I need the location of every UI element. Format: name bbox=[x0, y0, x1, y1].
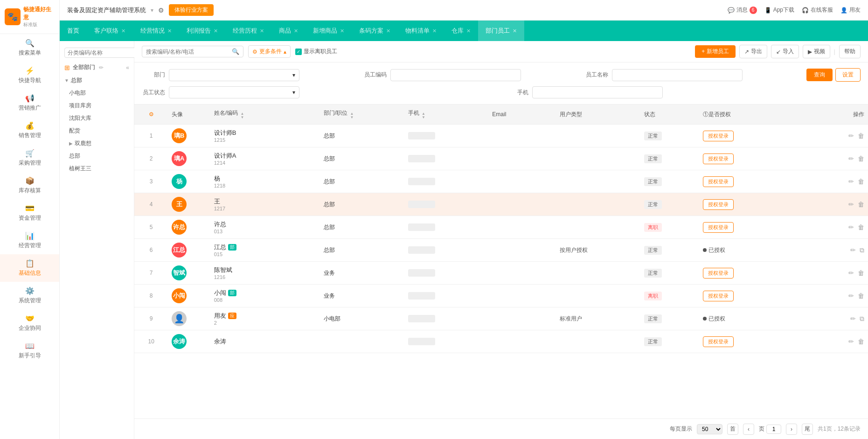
sidebar-item-search[interactable]: 🔍 搜索菜单 bbox=[0, 34, 59, 62]
dept-node-projectroom[interactable]: 项目库房 bbox=[60, 99, 134, 112]
dept-node-shuanglu[interactable]: ▶ 双鹿想 bbox=[60, 137, 134, 150]
dept-node-shenyang[interactable]: 沈阳大库 bbox=[60, 112, 134, 125]
sidebar-item-basic-info[interactable]: 📋 基础信息 bbox=[0, 254, 59, 282]
page-input[interactable] bbox=[766, 425, 781, 434]
delete-button[interactable]: 🗑 bbox=[858, 132, 864, 139]
user-avatar[interactable]: 👤 用友 bbox=[840, 6, 861, 14]
edit-button[interactable]: ✏ bbox=[850, 315, 856, 322]
first-page-button[interactable]: 首 bbox=[727, 424, 738, 435]
th-name-code[interactable]: 姓名/编码 ▲▼ bbox=[210, 105, 320, 125]
sidebar-item-inventory[interactable]: 📦 库存核算 bbox=[0, 172, 59, 199]
tab-home[interactable]: 首页 bbox=[60, 21, 87, 41]
delete-button[interactable]: 🗑 bbox=[858, 155, 864, 162]
auth-button[interactable]: 授权登录 bbox=[703, 222, 734, 233]
th-phone[interactable]: 手机 ▲▼ bbox=[404, 105, 489, 125]
add-employee-button[interactable]: + 新增员工 bbox=[695, 45, 735, 58]
copy-button[interactable]: ⧉ bbox=[860, 246, 864, 254]
auth-button[interactable]: 授权登录 bbox=[703, 291, 734, 301]
tab-customer-close[interactable]: ✕ bbox=[121, 28, 125, 34]
dept-search-input[interactable] bbox=[64, 48, 141, 58]
edit-button[interactable]: ✏ bbox=[848, 269, 854, 277]
auth-button[interactable]: 授权登录 bbox=[703, 176, 734, 187]
tab-goods-close[interactable]: ✕ bbox=[294, 28, 298, 34]
delete-button[interactable]: 🗑 bbox=[858, 338, 864, 345]
tab-history[interactable]: 经营历程 ✕ bbox=[225, 21, 271, 41]
edit-button[interactable]: ✏ bbox=[848, 223, 854, 231]
auth-button[interactable]: 授权登录 bbox=[703, 131, 734, 141]
auth-button[interactable]: 授权登录 bbox=[703, 153, 734, 164]
tab-bom-close[interactable]: ✕ bbox=[432, 28, 437, 34]
help-button[interactable]: 帮助 bbox=[839, 45, 861, 58]
system-title-dropdown[interactable]: ▾ bbox=[151, 7, 153, 14]
sidebar-item-finance[interactable]: 💳 资金管理 bbox=[0, 199, 59, 227]
dept-node-zongbu-parent[interactable]: ▼ 总部 bbox=[60, 74, 134, 87]
tab-add-goods-close[interactable]: ✕ bbox=[340, 28, 344, 34]
edit-button[interactable]: ✏ bbox=[850, 246, 856, 254]
next-page-button[interactable]: › bbox=[786, 424, 797, 435]
th-dept-position[interactable]: 部门/职位 ▲▼ bbox=[320, 105, 404, 125]
dept-edit-icon[interactable]: ✏ bbox=[99, 64, 104, 71]
phone-input[interactable] bbox=[532, 86, 663, 98]
tab-profit-close[interactable]: ✕ bbox=[214, 28, 218, 34]
tab-barcode[interactable]: 条码方案 ✕ bbox=[352, 21, 398, 41]
settings-gear-icon[interactable]: ⚙ bbox=[158, 7, 164, 14]
tab-dept-employee-close[interactable]: ✕ bbox=[513, 28, 517, 34]
dept-collapse-icon[interactable]: « bbox=[126, 64, 129, 71]
tab-profit[interactable]: 利润报告 ✕ bbox=[179, 21, 225, 41]
delete-button[interactable]: 🗑 bbox=[858, 269, 864, 277]
sidebar-item-collab[interactable]: 🤝 企业协同 bbox=[0, 309, 59, 337]
delete-button[interactable]: 🗑 bbox=[858, 178, 864, 185]
dept-node-xiaodibu[interactable]: 小电部 bbox=[60, 87, 134, 99]
show-dimission-toggle[interactable]: ✓ 显示离职员工 bbox=[295, 48, 337, 56]
auth-button[interactable]: 授权登录 bbox=[703, 336, 734, 347]
dept-node-plantree[interactable]: 植树王三 bbox=[60, 162, 134, 175]
view-button[interactable]: ▶ 视频 bbox=[803, 45, 830, 58]
edit-button[interactable]: ✏ bbox=[848, 178, 854, 185]
delete-button[interactable]: 🗑 bbox=[858, 223, 864, 231]
sidebar-item-quicknav[interactable]: ⚡ 快捷导航 bbox=[0, 62, 59, 89]
sidebar-item-operations[interactable]: 📊 经营管理 bbox=[0, 227, 59, 254]
auth-button[interactable]: 授权登录 bbox=[703, 268, 734, 279]
sidebar-item-sales[interactable]: 💰 销售管理 bbox=[0, 117, 59, 144]
tab-add-goods[interactable]: 新增商品 ✕ bbox=[306, 21, 352, 41]
edit-button[interactable]: ✏ bbox=[848, 155, 854, 162]
tab-history-close[interactable]: ✕ bbox=[260, 28, 264, 34]
dept-node-peihuo[interactable]: 配货 bbox=[60, 125, 134, 137]
delete-button[interactable]: 🗑 bbox=[858, 292, 864, 300]
edit-button[interactable]: ✏ bbox=[848, 132, 854, 139]
dept-node-zongbu-sub[interactable]: 总部 bbox=[60, 150, 134, 162]
tab-goods[interactable]: 商品 ✕ bbox=[271, 21, 306, 41]
online-service-button[interactable]: 🎧 在线客服 bbox=[802, 6, 833, 14]
query-button[interactable]: 查询 bbox=[806, 69, 833, 81]
delete-button[interactable]: 🗑 bbox=[858, 201, 864, 208]
more-conditions-button[interactable]: ⚙ 更多条件 ▴ bbox=[248, 45, 291, 58]
sidebar-item-system[interactable]: ⚙️ 系统管理 bbox=[0, 282, 59, 309]
edit-button[interactable]: ✏ bbox=[848, 338, 854, 345]
tab-customer[interactable]: 客户联络 ✕ bbox=[87, 21, 133, 41]
sidebar-item-guide[interactable]: 📖 新手引导 bbox=[0, 337, 59, 364]
tab-operations-status[interactable]: 经营情况 ✕ bbox=[133, 21, 179, 41]
prev-page-button[interactable]: ‹ bbox=[743, 424, 754, 435]
tab-barcode-close[interactable]: ✕ bbox=[386, 28, 390, 34]
tab-ops-close[interactable]: ✕ bbox=[167, 28, 172, 34]
copy-button[interactable]: ⧉ bbox=[860, 315, 864, 323]
import-button[interactable]: ↙ 导入 bbox=[771, 45, 799, 58]
status-select[interactable]: ▾ bbox=[169, 86, 299, 98]
sidebar-item-purchase[interactable]: 🛒 采购管理 bbox=[0, 144, 59, 172]
tab-warehouse[interactable]: 仓库 ✕ bbox=[444, 21, 478, 41]
trial-button[interactable]: 体验行业方案 bbox=[169, 4, 214, 16]
tab-dept-employee[interactable]: 部门员工 ✕ bbox=[478, 21, 524, 41]
last-page-button[interactable]: 尾 bbox=[802, 424, 813, 435]
dept-select[interactable]: ▾ bbox=[169, 69, 299, 81]
message-button[interactable]: 💬 消息 6 bbox=[728, 6, 757, 14]
tab-warehouse-close[interactable]: ✕ bbox=[466, 28, 471, 34]
page-size-select[interactable]: 50 100 200 bbox=[697, 424, 722, 434]
edit-button[interactable]: ✏ bbox=[848, 201, 854, 208]
export-button[interactable]: ↗ 导出 bbox=[739, 45, 767, 58]
auth-button[interactable]: 授权登录 bbox=[703, 199, 734, 210]
settings-button[interactable]: 设置 bbox=[835, 68, 861, 82]
tab-bom[interactable]: 物料清单 ✕ bbox=[398, 21, 444, 41]
employee-search-input[interactable] bbox=[146, 49, 230, 55]
sidebar-item-marketing[interactable]: 📢 营销推广 bbox=[0, 89, 59, 117]
settings-col-icon[interactable]: ⚙ bbox=[149, 111, 154, 118]
